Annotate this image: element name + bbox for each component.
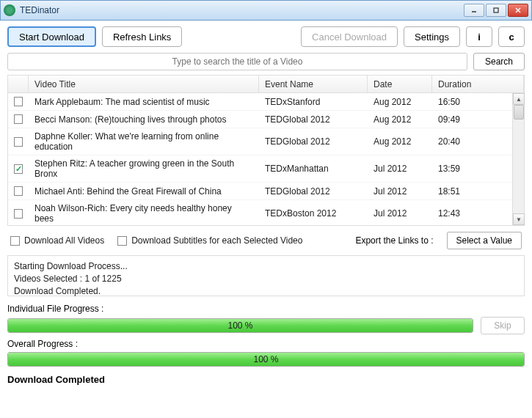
row-checkbox[interactable] [14, 97, 23, 106]
overall-progress-label: Overall Progress : [7, 339, 525, 349]
close-button[interactable] [508, 4, 528, 17]
download-all-checkbox[interactable] [10, 236, 20, 246]
table-row[interactable]: Daphne Koller: What we're learning from … [8, 128, 524, 155]
download-all-label: Download All Videos [24, 235, 104, 246]
search-input[interactable] [7, 53, 467, 70]
cell-title: Stephen Ritz: A teacher growing green in… [29, 155, 259, 182]
cell-title: Mark Applebaum: The mad scientist of mus… [29, 93, 259, 110]
scroll-up-icon[interactable]: ▲ [513, 93, 525, 105]
cell-date: Jul 2012 [368, 183, 432, 199]
log-line: Starting Download Process... [14, 260, 518, 273]
row-checkbox[interactable] [14, 164, 23, 174]
refresh-links-button[interactable]: Refresh Links [102, 26, 182, 47]
cell-title: Noah Wilson-Rich: Every city needs healt… [29, 200, 259, 225]
col-event[interactable]: Event Name [259, 76, 368, 92]
table-row[interactable]: Noah Wilson-Rich: Every city needs healt… [8, 200, 524, 225]
minimize-button[interactable] [464, 4, 484, 17]
cell-date: Aug 2012 [368, 93, 432, 110]
cell-date: Jul 2012 [368, 200, 432, 225]
download-subs-checkbox[interactable] [117, 236, 127, 246]
credits-button[interactable]: c [498, 26, 525, 47]
individual-progress-label: Individual File Progress : [7, 304, 525, 314]
row-checkbox[interactable] [14, 186, 23, 196]
scroll-thumb[interactable] [514, 105, 524, 120]
col-title[interactable]: Video Title [29, 76, 259, 92]
cell-duration: 12:43 [432, 200, 524, 225]
cell-duration: 13:59 [432, 155, 524, 182]
settings-button[interactable]: Settings [404, 26, 460, 47]
cell-title: Daphne Koller: What we're learning from … [29, 128, 259, 155]
cell-duration: 20:40 [432, 128, 524, 155]
scroll-down-icon[interactable]: ▼ [513, 213, 525, 225]
cell-event: TEDGlobal 2012 [259, 128, 368, 155]
titlebar: TEDinator [0, 0, 532, 21]
cancel-download-button: Cancel Download [301, 26, 398, 47]
cell-event: TEDxManhattan [259, 155, 368, 182]
cell-event: TEDxStanford [259, 93, 368, 110]
cell-date: Aug 2012 [368, 111, 432, 128]
cell-event: TEDGlobal 2012 [259, 111, 368, 128]
col-duration[interactable]: Duration [432, 76, 524, 92]
skip-button: Skip [481, 317, 525, 334]
cell-event: TEDGlobal 2012 [259, 183, 368, 199]
overall-progress-bar: 100 % [7, 352, 525, 367]
log-box: Starting Download Process... Videos Sele… [7, 255, 525, 296]
row-checkbox[interactable] [14, 114, 23, 124]
export-select[interactable]: Select a Value [447, 232, 522, 249]
table-row[interactable]: Becci Manson: (Re)touching lives through… [8, 111, 524, 128]
cell-date: Aug 2012 [368, 128, 432, 155]
download-subs-label: Download Subtitles for each Selected Vid… [131, 235, 302, 246]
cell-duration: 16:50 [432, 93, 524, 110]
maximize-button[interactable] [486, 4, 506, 17]
cell-duration: 09:49 [432, 111, 524, 128]
log-line: Download Completed. [14, 285, 518, 298]
info-button[interactable]: i [466, 26, 492, 47]
status-text: Download Completed [7, 374, 525, 385]
video-table: Video Title Event Name Date Duration Mar… [7, 75, 525, 226]
export-label: Export the Links to : [355, 235, 433, 246]
app-icon [4, 4, 15, 16]
table-row[interactable]: Mark Applebaum: The mad scientist of mus… [8, 93, 524, 111]
table-row[interactable]: Michael Anti: Behind the Great Firewall … [8, 183, 524, 200]
cell-event: TEDxBoston 2012 [259, 200, 368, 225]
col-date[interactable]: Date [368, 76, 432, 92]
individual-progress-pct: 100 % [8, 319, 473, 332]
overall-progress-pct: 100 % [8, 353, 524, 366]
cell-duration: 18:51 [432, 183, 524, 199]
log-line: Videos Selected : 1 of 1225 [14, 273, 518, 285]
table-row[interactable]: Stephen Ritz: A teacher growing green in… [8, 155, 524, 183]
svg-rect-1 [494, 8, 498, 12]
start-download-button[interactable]: Start Download [7, 26, 96, 47]
cell-title: Michael Anti: Behind the Great Firewall … [29, 183, 259, 199]
row-checkbox[interactable] [14, 137, 23, 147]
cell-date: Jul 2012 [368, 155, 432, 182]
table-scrollbar[interactable]: ▲ ▼ [512, 93, 524, 225]
window-title: TEDinator [20, 5, 464, 15]
cell-title: Becci Manson: (Re)touching lives through… [29, 111, 259, 128]
row-checkbox[interactable] [14, 209, 23, 219]
search-button[interactable]: Search [473, 53, 525, 70]
individual-progress-bar: 100 % [7, 318, 473, 333]
